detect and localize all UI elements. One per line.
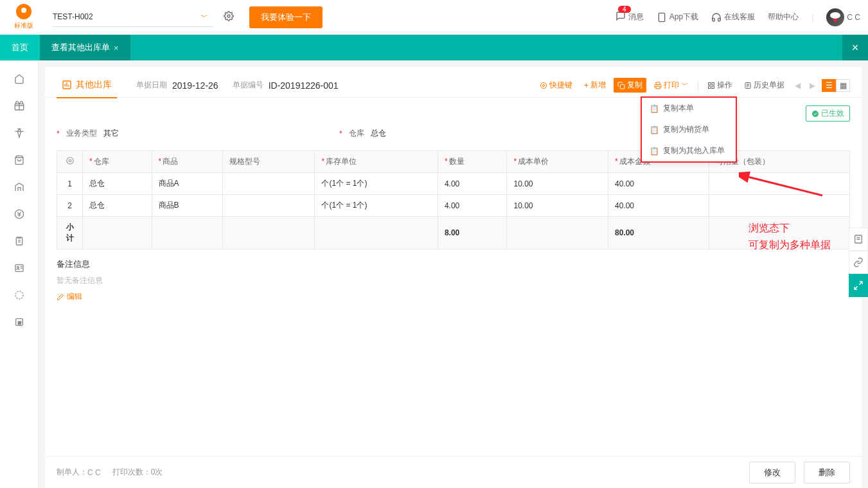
svg-rect-18	[709, 86, 711, 89]
messages-label: 消息	[628, 12, 644, 23]
svg-point-22	[69, 159, 71, 162]
help-center-link[interactable]: 帮助中心	[768, 12, 799, 23]
remark-title: 备注信息	[57, 258, 850, 270]
chevron-down-icon: ﹀	[681, 80, 689, 91]
no-value: ID-20191226-001	[269, 80, 339, 91]
nav-diamond-icon[interactable]	[0, 120, 38, 147]
copy-sales-item[interactable]: 📋 复制为销货单	[642, 119, 736, 140]
messages-link[interactable]: 消息	[616, 11, 644, 23]
copy-dropdown: 📋 复制本单 📋 复制为销货单 📋 复制为其他入库单	[641, 96, 737, 163]
rail-note-icon[interactable]	[849, 228, 868, 251]
no-label: 单据编号	[233, 80, 263, 91]
nav-bag-icon[interactable]	[0, 147, 38, 174]
company-name: TEST-H002	[53, 12, 195, 21]
avatar-icon	[826, 8, 844, 26]
svg-point-7	[17, 266, 19, 268]
rail-expand-icon[interactable]	[849, 274, 868, 297]
delete-button[interactable]: 删除	[804, 462, 850, 483]
view-toggle: ☰ ▦	[822, 79, 850, 92]
copy-this-item[interactable]: 📋 复制本单	[642, 98, 736, 119]
doc-icon: 📋	[650, 125, 659, 134]
history-icon	[744, 82, 752, 89]
svg-rect-1	[659, 13, 664, 21]
experience-button[interactable]: 我要体验一下	[249, 6, 323, 28]
remark-empty: 暂无备注信息	[57, 275, 850, 286]
creator-label: 制单人：	[57, 467, 87, 478]
svg-point-21	[812, 111, 819, 117]
col-spec: 规格型号	[222, 151, 315, 173]
online-service-link[interactable]: 在线客服	[711, 12, 755, 23]
settings-icon[interactable]	[224, 11, 234, 23]
nav-new-icon[interactable]: 新	[0, 309, 38, 336]
next-arrow[interactable]: ▶	[807, 81, 818, 90]
doc-info: 单据日期 2019-12-26 单据编号 ID-20191226-001	[136, 80, 348, 91]
col-settings[interactable]	[57, 151, 83, 173]
col-unit: *库存单位	[315, 151, 438, 173]
copy-other-in-item[interactable]: 📋 复制为其他入库单	[642, 140, 736, 161]
col-product: *商品	[152, 151, 222, 173]
nav-contacts-icon[interactable]	[0, 255, 38, 282]
company-selector[interactable]: TEST-H002 ﹀	[53, 8, 213, 27]
svg-rect-14	[621, 84, 625, 89]
warehouse-field: * 仓库 总仓	[339, 128, 386, 139]
col-price: *成本单价	[507, 151, 608, 173]
chart-icon	[62, 80, 72, 90]
svg-point-23	[66, 158, 73, 165]
pencil-icon	[57, 293, 64, 301]
list-view-icon[interactable]: ☰	[822, 79, 836, 92]
svg-point-12	[542, 84, 544, 86]
table-row[interactable]: 1 总仓 商品A 个(1个 = 1个) 4.00 10.00 40.00	[57, 173, 850, 195]
document-container: 其他出库 单据日期 2019-12-26 单据编号 ID-20191226-00…	[45, 67, 862, 456]
phone-icon	[657, 12, 667, 23]
tab-view-other-outbound[interactable]: 查看其他出库单 ×	[40, 35, 130, 60]
chevron-down-icon: ﹀	[200, 12, 208, 23]
svg-point-13	[540, 82, 546, 88]
logo[interactable]: 标准版	[8, 4, 40, 30]
doc-tab[interactable]: 其他出库	[57, 73, 117, 98]
nav-settings2-icon[interactable]	[0, 282, 38, 309]
nav-gift-icon[interactable]	[0, 93, 38, 120]
svg-rect-16	[709, 82, 711, 85]
printer-icon	[654, 82, 662, 89]
gear-icon	[540, 82, 547, 89]
svg-rect-19	[712, 86, 714, 89]
creator-value: C C	[87, 468, 101, 477]
col-warehouse: *仓库	[83, 151, 152, 173]
right-rail	[849, 228, 868, 297]
doc-icon: 📋	[650, 104, 659, 113]
card-view-icon[interactable]: ▦	[836, 79, 850, 92]
message-icon	[616, 11, 626, 23]
table-row[interactable]: 2 总仓 商品B 个(1个 = 1个) 4.00 10.00 40.00	[57, 195, 850, 217]
print-count-label: 打印次数：	[112, 467, 151, 478]
svg-text:新: 新	[17, 321, 21, 325]
biz-type-field: * 业务类型 其它	[57, 128, 339, 139]
nav-home-icon[interactable]	[0, 66, 38, 93]
form-row: * 业务类型 其它 * 仓库 总仓	[45, 122, 862, 150]
add-button[interactable]: + 新增	[580, 78, 610, 93]
left-nav: 新	[0, 60, 39, 488]
status-badge: 已生效	[806, 105, 850, 122]
user-menu[interactable]: C C	[826, 8, 860, 26]
rail-link-icon[interactable]	[849, 251, 868, 274]
items-table: *仓库 *商品 规格型号 *库存单位 *数量 *成本单价 *成本金额 可用量（包…	[57, 150, 850, 249]
prev-arrow[interactable]: ◀	[792, 81, 803, 90]
modify-button[interactable]: 修改	[749, 462, 795, 483]
svg-rect-15	[656, 86, 660, 89]
tab-home[interactable]: 首页	[0, 35, 40, 60]
grid-icon	[707, 82, 715, 89]
history-button[interactable]: 历史单据	[740, 78, 788, 93]
doc-icon: 📋	[650, 147, 659, 156]
nav-warehouse-icon[interactable]	[0, 174, 38, 201]
subtotal-row: 小计 8.00 80.00	[57, 217, 850, 249]
close-all-tabs[interactable]: ×	[842, 35, 868, 60]
copy-button[interactable]: 复制	[614, 78, 646, 93]
app-download-link[interactable]: App下载	[657, 12, 698, 23]
print-button[interactable]: 打印 ﹀	[650, 78, 693, 93]
edit-remark-link[interactable]: 编辑	[57, 291, 850, 302]
shortcut-button[interactable]: 快捷键	[536, 78, 576, 93]
col-qty: *数量	[438, 151, 507, 173]
close-icon[interactable]: ×	[114, 43, 119, 53]
nav-money-icon[interactable]	[0, 201, 38, 228]
nav-clipboard-icon[interactable]	[0, 228, 38, 255]
operate-button[interactable]: 操作	[704, 78, 736, 93]
